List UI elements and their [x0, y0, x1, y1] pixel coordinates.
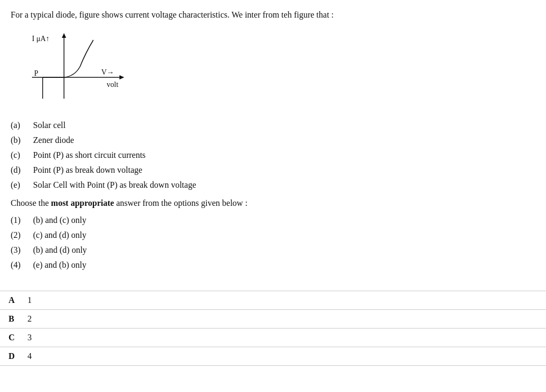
svg-marker-3 — [119, 75, 124, 79]
svg-text:V→: V→ — [101, 68, 114, 76]
answer-row-c[interactable]: C 3 — [0, 328, 546, 347]
answer-letter-d: D — [0, 347, 19, 365]
numbered-option-1: (1) (b) and (c) only — [11, 214, 501, 227]
numbered-option-4: (4) (e) and (b) only — [11, 259, 501, 271]
svg-marker-2 — [62, 33, 66, 38]
numbered-option-3: (3) (b) and (d) only — [11, 244, 501, 257]
answer-letter-b: B — [0, 309, 19, 328]
answer-letter-c: C — [0, 328, 19, 347]
diagram-area: I μA↑ V→ volt P — [21, 29, 139, 109]
svg-text:P: P — [34, 69, 38, 77]
numbered-option-2: (2) (c) and (d) only — [11, 229, 501, 242]
answer-value-c: 3 — [19, 328, 546, 347]
option-a: (a) Solar cell — [11, 119, 501, 132]
answer-letter-a: A — [0, 291, 19, 309]
svg-text:volt: volt — [107, 81, 118, 89]
option-b: (b) Zener diode — [11, 134, 501, 147]
options-list: (a) Solar cell (b) Zener diode (c) Point… — [11, 119, 501, 191]
option-d: (d) Point (P) as break down voltage — [11, 164, 501, 177]
answer-value-d: 4 — [19, 347, 546, 365]
option-c: (c) Point (P) as short circuit currents — [11, 149, 501, 162]
answer-row-b[interactable]: B 2 — [0, 309, 546, 328]
question-text: For a typical diode, figure shows curren… — [11, 9, 501, 22]
question-container: For a typical diode, figure shows curren… — [0, 0, 512, 291]
answer-table: A 1 B 2 C 3 D 4 — [0, 291, 546, 366]
answer-row-d[interactable]: D 4 — [0, 347, 546, 365]
choose-instruction: Choose the most appropriate answer from … — [11, 197, 501, 210]
answer-value-a: 1 — [19, 291, 546, 309]
answer-row-a[interactable]: A 1 — [0, 291, 546, 309]
answer-value-b: 2 — [19, 309, 546, 328]
numbered-options-list: (1) (b) and (c) only (2) (c) and (d) onl… — [11, 214, 501, 271]
option-e: (e) Solar Cell with Point (P) as break d… — [11, 179, 501, 191]
svg-text:I  μA↑: I μA↑ — [32, 35, 50, 43]
